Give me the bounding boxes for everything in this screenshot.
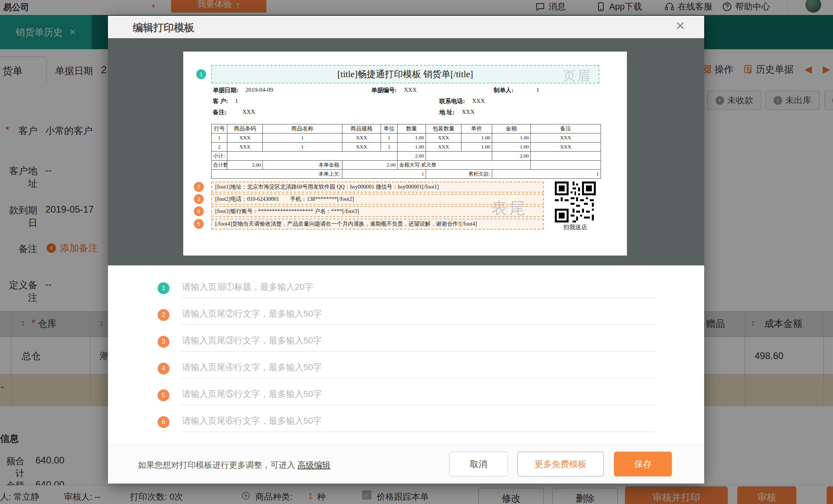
preview-table-row: 1XXX 1XXX 11.00 XXX1.00 1.00XXX bbox=[212, 133, 601, 143]
print-template-paper: 1 [title]畅捷通打印模板 销货单[/title] 页眉 单据日期:201… bbox=[183, 52, 627, 256]
preview-badge-1: 1 bbox=[196, 69, 206, 79]
preview-total-row: 合计数 2.00 本单金额: 2.00 金额大写:贰元整 bbox=[212, 161, 601, 170]
more-free-templates-button[interactable]: 更多免费模板 bbox=[517, 452, 604, 476]
preview-address: 地 址:XXX bbox=[439, 109, 474, 116]
modal-header: 编辑打印模板 ✕ bbox=[108, 16, 704, 38]
header-title-input[interactable] bbox=[181, 276, 656, 298]
preview-badge-2: 2 bbox=[194, 182, 204, 192]
input-badge-5: 5 bbox=[158, 389, 169, 401]
preview-customer: 客 户:1 bbox=[213, 98, 238, 105]
preview-remark: 备注:XXX bbox=[213, 109, 255, 116]
input-badge-1: 1 bbox=[158, 282, 169, 294]
qr-label: 扫我送店 bbox=[555, 224, 596, 231]
preview-footer-line-4: [/foot4]货物当天请验收清楚，产品质量问题请在一个月内退换，逾期概不负责，… bbox=[211, 219, 544, 230]
footer-line4-input[interactable] bbox=[181, 357, 656, 378]
preview-items-table: 行号商品条码 商品名称商品规格 单位数量 包装数量单价 金额备注 1XXX 1X… bbox=[211, 124, 601, 179]
edit-print-template-modal: 编辑打印模板 ✕ 1 [title]畅捷通打印模板 销货单[/title] 页眉… bbox=[108, 16, 704, 484]
close-icon[interactable]: ✕ bbox=[675, 19, 685, 33]
cancel-button[interactable]: 取消 bbox=[449, 452, 508, 476]
preview-subtotal-row: 小计: 2.00 2.00 bbox=[212, 152, 601, 161]
preview-doc-date: 单据日期:2019-04-09 bbox=[213, 87, 273, 94]
preview-footer-line-1: [foot1]地址：北京市海淀区北清路68号用友软件园 QQ：hsy000001… bbox=[211, 182, 544, 193]
footer-line6-input[interactable] bbox=[181, 410, 656, 432]
preview-badge-4: 4 bbox=[194, 206, 204, 216]
modal-title: 编辑打印模板 bbox=[133, 21, 194, 35]
advanced-edit-link[interactable]: 高级编辑 bbox=[298, 460, 331, 469]
header-watermark: 页眉 bbox=[563, 67, 591, 85]
app-root: 易公司 ▼ 我要体验↑ 消息 App下载 在线客服 帮助中心 销货单历史 ✕ bbox=[0, 0, 833, 504]
footer-line5-input[interactable] bbox=[181, 384, 656, 405]
preview-doc-no: 单据编号:XXX bbox=[371, 87, 417, 94]
footer-line3-input[interactable] bbox=[181, 330, 656, 352]
save-button[interactable]: 保存 bbox=[614, 452, 672, 476]
preview-badge-3: 3 bbox=[194, 194, 204, 204]
preview-table-row: 2XXX 1XXX 11.00 XXX1.00 1.00XXX bbox=[212, 143, 601, 152]
footer-watermark: 表尾 bbox=[491, 197, 528, 219]
footer-line2-input[interactable] bbox=[181, 303, 656, 325]
input-badge-2: 2 bbox=[158, 309, 169, 321]
preview-title-box: [title]畅捷通打印模板 销货单[/title] 页眉 bbox=[211, 65, 599, 83]
advanced-edit-hint: 如果您想对打印模板进行更多调整，可进入 高级编辑 bbox=[138, 460, 331, 471]
template-preview-area: 1 [title]畅捷通打印模板 销货单[/title] 页眉 单据日期:201… bbox=[108, 38, 704, 265]
input-badge-3: 3 bbox=[158, 336, 169, 348]
preview-maker: 制单人:1 bbox=[494, 87, 539, 94]
preview-phone: 联系电话:XXX bbox=[439, 98, 485, 105]
input-badge-4: 4 bbox=[158, 363, 169, 374]
input-badge-6: 6 bbox=[158, 416, 169, 428]
preview-table-header-row: 行号商品条码 商品名称商品规格 单位数量 包装数量单价 金额备注 bbox=[212, 124, 601, 133]
preview-badge-5: 5 bbox=[194, 219, 204, 229]
preview-owed-row: 本单上欠: 1 累积欠款: 1 bbox=[212, 170, 601, 179]
qr-code bbox=[555, 182, 596, 222]
